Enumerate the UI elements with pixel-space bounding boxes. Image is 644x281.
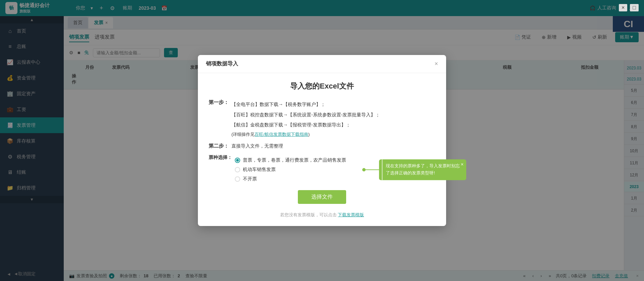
- step1-note: (详细操作见百旺/航信发票数据下载指南): [231, 131, 380, 137]
- maximize-window-button[interactable]: □: [630, 4, 639, 11]
- step1-line3: 【航信】金税盘数据下载→【报税管理-发票数据导出】；: [231, 120, 380, 130]
- modal-main-title: 导入您的Excel文件: [209, 81, 435, 91]
- tooltip-close-button[interactable]: ×: [461, 161, 464, 168]
- tooltip-container: 现在支持的票种多了，导入发票时别忘了选择正确的发票类型呀! ×: [362, 159, 466, 180]
- modal-overlay[interactable]: 销项数据导入 × 导入您的Excel文件 第一步： 【全电平台】数据下载→【税务…: [0, 0, 644, 281]
- ticket-option-none[interactable]: 不开票: [235, 176, 346, 182]
- ticket-options: 普票，专票，卷票，通行费发票，农产品销售发票 机动车销售发票 现在支持的票种: [235, 157, 346, 182]
- tooltip-dot: [362, 168, 366, 171]
- radio-normal[interactable]: [235, 158, 240, 163]
- select-file-button[interactable]: 选择文件: [298, 190, 346, 204]
- step2-content: 直接导入文件，无需整理: [231, 143, 283, 149]
- modal-title: 销项数据导入: [206, 60, 238, 67]
- tooltip-line: [366, 169, 379, 170]
- radio-none[interactable]: [235, 176, 240, 182]
- modal-body: 导入您的Excel文件 第一步： 【全电平台】数据下载→【税务数字账户】； 【百…: [198, 73, 446, 226]
- step1-row: 第一步： 【全电平台】数据下载→【税务数字账户】； 【百旺】税控盘数据下载→【系…: [209, 99, 435, 137]
- step1-line1: 【全电平台】数据下载→【税务数字账户】；: [231, 99, 380, 110]
- step1-line2: 【百旺】税控盘数据下载→【系统设置-系统参数设置-发票批量导入】；: [231, 110, 380, 120]
- step1-label: 第一步：: [209, 99, 229, 106]
- download-template-link[interactable]: 下载发票模版: [338, 212, 364, 217]
- close-window-button[interactable]: ×: [619, 4, 627, 11]
- ticket-option-motor[interactable]: 机动车销售发票 现在支持的票种多了，导入发票时别忘了选择正确的发票类型呀! ×: [235, 167, 346, 173]
- import-modal: 销项数据导入 × 导入您的Excel文件 第一步： 【全电平台】数据下载→【税务…: [198, 55, 446, 226]
- modal-close-button[interactable]: ×: [434, 60, 438, 67]
- ticket-label: 票种选择：: [209, 155, 232, 161]
- radio-motor[interactable]: [235, 167, 240, 172]
- ticket-selection-row: 票种选择： 普票，专票，卷票，通行费发票，农产品销售发票 机动车销售发票: [209, 155, 435, 182]
- modal-header: 销项数据导入 ×: [198, 55, 446, 73]
- modal-footer-note: 若您没有发票模版，可以点击 下载发票模版: [209, 212, 435, 218]
- tooltip-bar: [382, 159, 383, 180]
- ticket-option-normal[interactable]: 普票，专票，卷票，通行费发票，农产品销售发票: [235, 157, 346, 163]
- tooltip-balloon: 现在支持的票种多了，导入发票时别忘了选择正确的发票类型呀! ×: [379, 159, 466, 180]
- step2-row: 第二步： 直接导入文件，无需整理: [209, 143, 435, 149]
- step1-link[interactable]: 百旺/航信发票数据下载指南: [255, 132, 308, 137]
- step2-label: 第二步：: [209, 143, 229, 149]
- window-controls: × □: [613, 0, 644, 15]
- tooltip-text: 现在支持的票种多了，导入发票时别忘了选择正确的发票类型呀!: [384, 163, 462, 177]
